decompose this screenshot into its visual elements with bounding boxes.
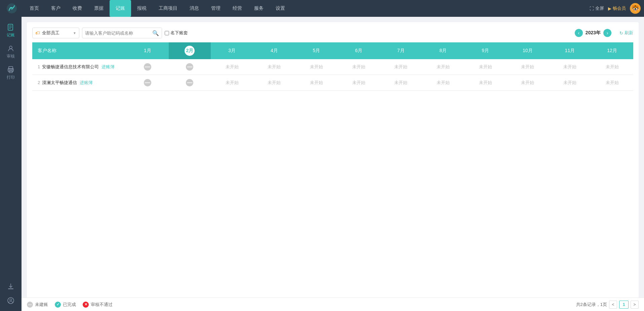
svg-rect-9 [9,71,12,73]
nav-invoice[interactable]: 票据 [88,0,110,17]
sidebar-item-print[interactable]: 打印 [0,63,22,84]
row-index: 2 [38,80,40,85]
next-year-button[interactable]: › [603,29,611,37]
col-header-mar: 3月 [211,42,253,59]
legend-dot-teal: ✓ [55,302,61,308]
status-dash-icon: — [186,63,193,71]
legend-not-created-label: 未建账 [35,302,48,308]
cell-month-1-2: 未开始 [211,75,253,91]
enter-ledger-link[interactable]: 进账簿 [102,64,115,69]
year-display: 2023年 [586,30,601,36]
page-info: 共2条记录，1页 [576,302,607,308]
footer-legend: — 未建账 ✓ 已完成 ✕ 审核不通过 共2条记录，1页 < 1 > [22,298,644,311]
cell-month-1-3: 未开始 [253,75,295,91]
not-started-text: 未开始 [226,64,239,69]
next-page-button[interactable]: > [631,301,639,309]
not-started-text: 未开始 [606,80,619,85]
not-started-text: 未开始 [521,64,534,69]
nav-tax[interactable]: 报税 [131,0,153,17]
not-started-text: 未开始 [310,80,323,85]
avatar[interactable]: 🐯 [630,3,641,14]
cell-name-1: 2漠澜太平畅捷通信进账簿 [32,75,126,91]
cell-month-0-6: 未开始 [380,59,422,75]
table-row: 2漠澜太平畅捷通信进账簿——未开始未开始未开始未开始未开始未开始未开始未开始未开… [32,75,633,91]
company-name: 安徽畅捷通信息技术有限公司 [42,64,99,69]
sidebar-item-user[interactable] [0,294,22,308]
main-content: 🏷 全部员工 ▼ 🔍 名下账套 ‹ 2023年 › ↻ 刷新 [22,17,644,311]
nav-business[interactable]: 工商项目 [153,0,184,17]
cell-month-1-11: 未开始 [591,75,633,91]
not-started-text: 未开始 [521,80,534,85]
employee-select[interactable]: 🏷 全部员工 ▼ [32,28,79,38]
vip-icon: ▶ [608,6,611,11]
cell-month-1-4: 未开始 [295,75,338,91]
sidebar-item-download[interactable] [0,279,22,294]
search-input[interactable] [82,31,150,36]
status-dash-icon: — [186,79,193,86]
cell-month-0-11: 未开始 [591,59,633,75]
nav-service[interactable]: 服务 [248,0,270,17]
not-started-text: 未开始 [394,80,407,85]
row-index: 1 [38,64,40,69]
cell-month-1-0: — [126,75,169,91]
nav-manage[interactable]: 管理 [205,0,227,17]
col-header-may: 5月 [295,42,338,59]
nav-home[interactable]: 首页 [24,0,45,17]
cell-month-1-8: 未开始 [464,75,507,91]
search-button[interactable]: 🔍 [150,28,162,38]
toolbar: 🏷 全部员工 ▼ 🔍 名下账套 ‹ 2023年 › ↻ 刷新 [32,28,633,38]
nav-settings[interactable]: 设置 [270,0,291,17]
employee-select-arrow: ▼ [73,31,76,35]
col-header-name: 客户名称 [32,42,126,59]
not-started-text: 未开始 [479,64,492,69]
enter-ledger-link[interactable]: 进账簿 [80,80,93,85]
not-started-text: 未开始 [563,64,576,69]
cell-month-0-3: 未开始 [253,59,295,75]
sidebar-item-audit[interactable]: 审核 [0,41,22,63]
cell-month-1-7: 未开始 [422,75,465,91]
not-started-text: 未开始 [479,80,492,85]
legend-rejected: ✕ 审核不通过 [83,302,113,308]
print-icon [7,66,14,73]
not-started-text: 未开始 [352,64,365,69]
prev-year-button[interactable]: ‹ [575,29,583,37]
prev-page-button[interactable]: < [609,301,617,309]
col-header-sep: 9月 [464,42,507,59]
status-dash-icon: — [144,79,151,86]
cell-month-1-6: 未开始 [380,75,422,91]
svg-point-6 [9,46,12,49]
user-icon [7,297,14,304]
sidebar-item-bookkeeping[interactable]: 记账 [0,20,22,41]
nav-fee[interactable]: 收费 [67,0,88,17]
not-started-text: 未开始 [268,64,281,69]
nav-message[interactable]: 消息 [184,0,205,17]
cell-month-0-5: 未开始 [337,59,380,75]
cell-month-0-0: — [126,59,169,75]
svg-point-1 [10,7,13,10]
legend-rejected-label: 审核不通过 [91,302,113,308]
cell-name-0: 1安徽畅捷通信息技术有限公司进账簿 [32,59,126,75]
col-header-apr: 4月 [253,42,295,59]
cell-month-1-1: — [169,75,211,91]
fullscreen-button[interactable]: ⛶ 全屏 [590,5,604,11]
table-row: 1安徽畅捷通信息技术有限公司进账簿——未开始未开始未开始未开始未开始未开始未开始… [32,59,633,75]
data-table: 客户名称 1月 2月 3月 4月 5月 6月 7月 8月 9月 10月 11月 … [32,42,633,91]
logo [3,3,20,14]
svg-point-13 [10,299,12,301]
nav-client[interactable]: 客户 [45,0,67,17]
not-started-text: 未开始 [437,64,450,69]
sidebar-bookkeeping-label: 记账 [7,32,15,38]
sidebar-bottom [0,279,22,308]
cell-month-0-7: 未开始 [422,59,465,75]
mine-checkbox[interactable] [165,31,169,35]
refresh-icon: ↻ [619,31,623,36]
col-header-feb: 2月 [169,42,211,59]
cell-month-1-10: 未开始 [549,75,591,91]
vip-label: 畅会员 [613,5,626,11]
vip-button[interactable]: ▶ 畅会员 [608,5,626,11]
checkbox-label-mine[interactable]: 名下账套 [165,30,188,36]
refresh-button[interactable]: ↻ 刷新 [619,30,633,36]
nav-bookkeeping[interactable]: 记账 [110,0,131,17]
svg-rect-11 [8,288,13,289]
nav-operation[interactable]: 经营 [227,0,248,17]
